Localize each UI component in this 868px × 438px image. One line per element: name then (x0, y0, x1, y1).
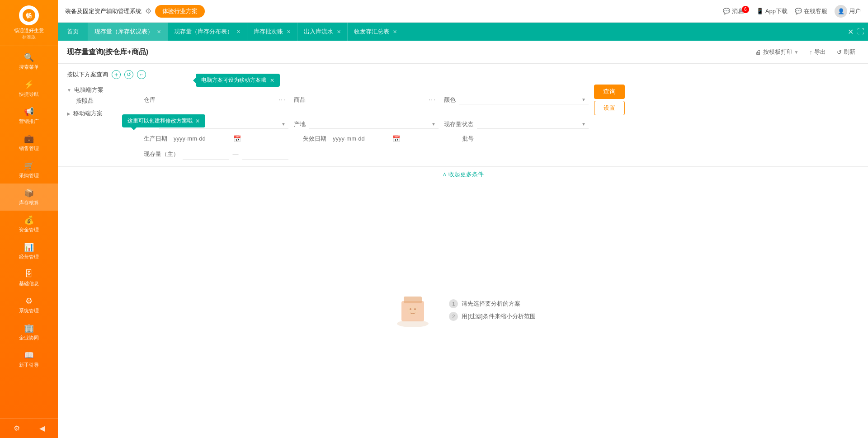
filter-arrow-button[interactable]: ← (137, 70, 146, 79)
stock-status-dropdown[interactable]: ▼ (477, 120, 589, 129)
export-label: 导出 (814, 48, 826, 56)
batch-input[interactable] (477, 133, 607, 144)
settings-bottom-btn[interactable]: ⚙ (12, 422, 22, 434)
filter-refresh-button[interactable]: ↺ (124, 70, 133, 79)
tab-inventory-dist[interactable]: 现存量（库存分布表） ✕ (167, 23, 247, 41)
stock-main-max[interactable] (242, 149, 289, 160)
exp-date-calendar-icon[interactable]: 📅 (392, 135, 400, 142)
sidebar-item-search[interactable]: 🔍 搜索菜单 (0, 48, 58, 75)
sidebar-item-purchase[interactable]: 🛒 采购管理 (0, 156, 58, 184)
tab-close-icon[interactable]: ✕ (236, 29, 241, 35)
tab-actions: ✕ ⛶ (844, 28, 868, 36)
app-download-action[interactable]: 📱 App下载 (756, 7, 788, 15)
user-action[interactable]: 👤 用户 (835, 5, 861, 18)
tab-close-all-btn[interactable]: ✕ (848, 28, 854, 36)
stock-main-min[interactable] (183, 149, 229, 160)
tab-home[interactable]: 首页 (58, 23, 88, 41)
sidebar-item-label: 新手引导 (19, 362, 39, 368)
tooltip-close-2[interactable]: ✕ (195, 118, 200, 124)
finance-icon: 💰 (24, 215, 34, 225)
sidebar-item-quick[interactable]: ⚡ 快捷导航 (0, 75, 58, 102)
experience-button[interactable]: 体验行业方案 (155, 5, 205, 18)
main-area: 装备及固定资产辅助管理系统 ⚙ 体验行业方案 💬 消息 6 📱 App下载 💬 … (58, 0, 868, 438)
warehouse-dropdown[interactable]: ··· (159, 94, 288, 106)
sidebar-item-finance[interactable]: 💰 资金管理 (0, 211, 58, 238)
tab-label: 收发存汇总表 (354, 28, 389, 36)
reset-button[interactable]: 设置 (594, 101, 625, 115)
refresh-label: 刷新 (844, 48, 855, 56)
warehouse-dots[interactable]: ··· (278, 96, 286, 104)
scheme-child-label: 按照品 (76, 97, 94, 105)
export-btn[interactable]: ↑ 导出 (806, 46, 830, 58)
sidebar-item-enterprise[interactable]: 🏢 企业协同 (0, 319, 58, 346)
sidebar-item-operations[interactable]: 📊 经营管理 (0, 238, 58, 265)
empty-illustration (390, 287, 435, 333)
goods-dots[interactable]: ··· (429, 96, 436, 104)
query-button[interactable]: 查询 (594, 85, 625, 99)
sidebar-item-inventory[interactable]: 📦 库存核算 (0, 184, 58, 211)
print-btn[interactable]: 🖨 按模板打印 ▼ (752, 46, 802, 58)
tab-close-icon[interactable]: ✕ (157, 29, 161, 35)
inventory-icon: 📦 (24, 188, 34, 198)
exp-date-label: 失效日期 (303, 135, 326, 143)
empty-step-2-text: 用[过滤]条件来缩小分析范围 (462, 312, 535, 320)
scheme-child-item[interactable]: 按照品 (76, 95, 135, 106)
empty-step-1: 1 请先选择要分析的方案 (449, 299, 535, 308)
notification-action[interactable]: 💬 消息 6 (723, 7, 749, 15)
system-name: 装备及固定资产辅助管理系统 (65, 7, 142, 15)
svg-point-6 (410, 308, 411, 310)
logo-text: 畅通道好生意 (14, 27, 44, 34)
header-right: 💬 消息 6 📱 App下载 💬 在线客服 👤 用户 (723, 5, 861, 18)
svg-rect-4 (404, 297, 422, 303)
tooltip-close-1[interactable]: ✕ (270, 77, 274, 84)
tab-inventory-status[interactable]: 现存量（库存状况表） ✕ (88, 23, 167, 41)
origin-arrow-icon: ▼ (431, 122, 436, 127)
scheme-pc-item[interactable]: ▼ 电脑端方案 (67, 85, 135, 95)
refresh-btn[interactable]: ↺ 刷新 (833, 46, 859, 58)
tab-close-icon[interactable]: ✕ (287, 29, 291, 35)
stock-status-group: 现存量状态 ▼ (444, 120, 589, 129)
collapse-sidebar-btn[interactable]: ◀ (38, 422, 47, 434)
sidebar-item-guide[interactable]: 📖 新手引导 (0, 346, 58, 373)
sidebar-item-sales[interactable]: 💼 销售管理 (0, 129, 58, 156)
color-dropdown[interactable]: ▼ (459, 95, 589, 104)
sidebar-item-marketing[interactable]: 📢 营销推广 (0, 102, 58, 129)
print-arrow: ▼ (794, 50, 799, 55)
header-left: 装备及固定资产辅助管理系统 ⚙ 体验行业方案 (65, 5, 205, 18)
empty-state: 1 请先选择要分析的方案 2 用[过滤]条件来缩小分析范围 (58, 182, 868, 438)
mfg-date-label: 生产日期 (144, 135, 167, 143)
tab-close-icon[interactable]: ✕ (393, 29, 397, 35)
tab-label: 出入库流水 (304, 28, 333, 36)
tab-inout-flow[interactable]: 出入库流水 ✕ (297, 23, 347, 41)
goods-dropdown[interactable]: ··· (309, 94, 439, 106)
filter-row-4: 现存量（主） — (144, 149, 859, 160)
content: 现存量查询(按仓库+商品) 🖨 按模板打印 ▼ ↑ 导出 ↺ 刷新 (58, 41, 868, 438)
tab-expand-btn[interactable]: ⛶ (857, 28, 864, 36)
goods-label: 商品 (294, 96, 306, 104)
collapse-bar[interactable]: ∧ 收起更多条件 (58, 166, 868, 182)
mfg-date-input[interactable] (171, 133, 230, 144)
sidebar-item-system[interactable]: ⚙ 系统管理 (0, 292, 58, 319)
mfg-date-calendar-icon[interactable]: 📅 (233, 135, 241, 142)
color-group: 颜色 ▼ (444, 95, 589, 104)
page-actions: 🖨 按模板打印 ▼ ↑ 导出 ↺ 刷新 (752, 46, 859, 58)
origin-group: 产地 ▼ (294, 120, 439, 129)
avatar: 👤 (835, 5, 847, 18)
print-icon: 🖨 (755, 49, 761, 56)
sidebar-nav: 🔍 搜索菜单 ⚡ 快捷导航 📢 营销推广 💼 销售管理 🛒 采购管理 📦 库存核… (0, 48, 58, 418)
sidebar-item-label: 采购管理 (19, 172, 39, 179)
tab-collection[interactable]: 收发存汇总表 ✕ (347, 23, 403, 41)
divider: — (233, 151, 239, 158)
filter-add-button[interactable]: + (112, 70, 121, 79)
tab-batch-ledger[interactable]: 库存批次账 ✕ (247, 23, 297, 41)
expand-arrow-icon: ▶ (67, 111, 71, 116)
purchase-icon: 🛒 (24, 161, 34, 171)
tab-close-icon[interactable]: ✕ (337, 29, 341, 35)
online-support-action[interactable]: 💬 在线客服 (795, 7, 827, 15)
exp-date-input[interactable] (330, 133, 389, 144)
stock-main-label: 现存量（主） (144, 150, 179, 158)
origin-dropdown[interactable]: ▼ (309, 120, 439, 129)
mfg-date-group: 生产日期 📅 (144, 133, 297, 144)
header-settings-icon[interactable]: ⚙ (145, 7, 151, 15)
sidebar-item-base[interactable]: 🗄 基础信息 (0, 265, 58, 292)
